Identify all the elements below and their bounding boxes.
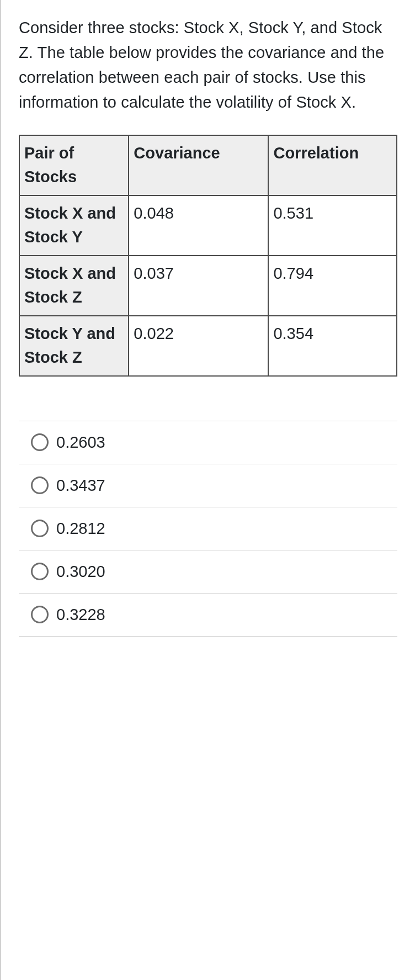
radio-icon[interactable] — [31, 433, 49, 451]
cell-correlation: 0.794 — [268, 256, 397, 316]
option-label: 0.3228 — [56, 606, 105, 624]
table-row: Stock X and Stock Z 0.037 0.794 — [19, 256, 397, 316]
option-row[interactable]: 0.3020 — [19, 550, 397, 593]
table-header-covariance: Covariance — [129, 135, 268, 195]
cell-pair: Stock X and Stock Z — [19, 256, 129, 316]
cell-covariance: 0.048 — [129, 195, 268, 256]
table-row: Stock X and Stock Y 0.048 0.531 — [19, 195, 397, 256]
table-header-pair: Pair of Stocks — [19, 135, 129, 195]
cell-correlation: 0.531 — [268, 195, 397, 256]
table-header-correlation: Correlation — [268, 135, 397, 195]
cell-pair: Stock X and Stock Y — [19, 195, 129, 256]
option-row[interactable]: 0.2603 — [19, 421, 397, 464]
radio-icon[interactable] — [31, 563, 49, 580]
option-row[interactable]: 0.3228 — [19, 593, 397, 637]
radio-icon[interactable] — [31, 476, 49, 494]
option-row[interactable]: 0.3437 — [19, 464, 397, 507]
cell-pair: Stock Y and Stock Z — [19, 316, 129, 376]
radio-icon[interactable] — [31, 520, 49, 537]
cell-covariance: 0.037 — [129, 256, 268, 316]
option-label: 0.2812 — [56, 520, 105, 538]
cell-correlation: 0.354 — [268, 316, 397, 376]
question-container: Consider three stocks: Stock X, Stock Y,… — [0, 0, 415, 980]
cell-covariance: 0.022 — [129, 316, 268, 376]
question-text: Consider three stocks: Stock X, Stock Y,… — [19, 15, 397, 115]
option-label: 0.3020 — [56, 563, 105, 581]
table-row: Stock Y and Stock Z 0.022 0.354 — [19, 316, 397, 376]
answer-options: 0.2603 0.3437 0.2812 0.3020 0.3228 — [19, 421, 397, 637]
option-label: 0.3437 — [56, 476, 105, 495]
radio-icon[interactable] — [31, 606, 49, 623]
option-label: 0.2603 — [56, 433, 105, 452]
data-table: Pair of Stocks Covariance Correlation St… — [19, 135, 397, 377]
option-row[interactable]: 0.2812 — [19, 507, 397, 550]
